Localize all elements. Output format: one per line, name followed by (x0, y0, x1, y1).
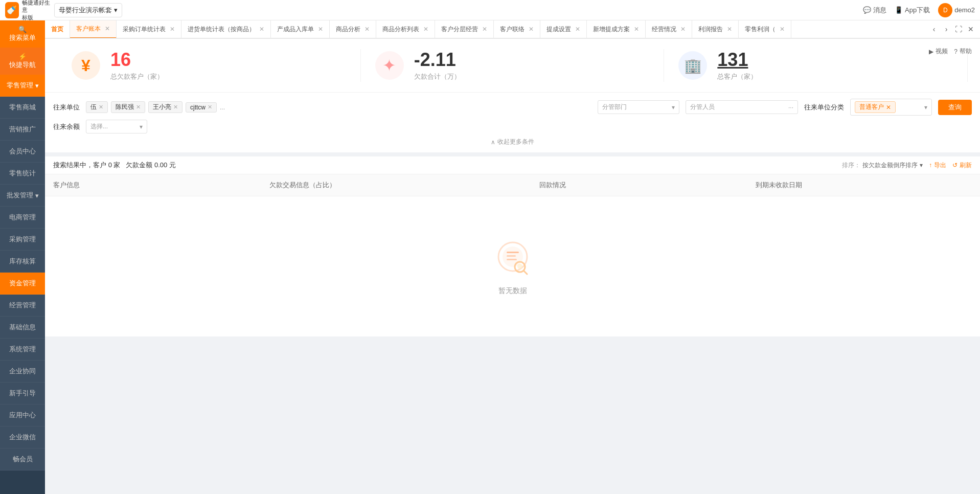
export-button[interactable]: ↑ 导出 (929, 161, 946, 170)
stat-text-1: 16 总欠款客户（家） (110, 50, 164, 81)
sidebar-item-wholesale[interactable]: 批发管理 ▾ (0, 185, 45, 207)
tab-profit-report[interactable]: 利润报告 ✕ (692, 20, 739, 38)
remove-tag-cjttcw[interactable]: ✕ (208, 104, 212, 110)
sidebar-item-finance[interactable]: 资金管理 (0, 273, 45, 295)
sidebar-item-wechat[interactable]: 企业微信 (0, 426, 45, 448)
tab-maximize[interactable]: ⛶ (953, 24, 964, 34)
sidebar-item-app-center[interactable]: 应用中心 (0, 405, 45, 426)
tab-close-icon[interactable]: ✕ (727, 26, 732, 33)
sidebar-item-operation[interactable]: 经营管理 (0, 295, 45, 317)
chevron-down-icon: ▾ (672, 104, 675, 111)
avatar: D (938, 3, 952, 17)
remove-category[interactable]: ✕ (886, 104, 891, 111)
refresh-button[interactable]: ↺ 刷新 (952, 161, 972, 170)
sidebar-item-member[interactable]: 会员中心 (0, 141, 45, 163)
filter-tag-wu[interactable]: 伍 ✕ (86, 101, 108, 113)
tab-inbound-stats[interactable]: 进货单统计表（按商品） ✕ (181, 20, 271, 38)
refresh-icon: ↺ (952, 162, 958, 169)
results-bar: 搜索结果中，客户 0 家 欠款金额 0.00 元 排序： 按欠款金额倒序排序 ▾ (45, 156, 980, 174)
sidebar-item-ecommerce[interactable]: 电商管理 (0, 207, 45, 229)
tab-close-icon[interactable]: ✕ (780, 26, 785, 33)
chevron-icon: ▾ (35, 82, 39, 89)
tab-home[interactable]: 首页 (45, 20, 70, 38)
tab-production-inbound[interactable]: 产成品入库单 ✕ (271, 20, 330, 38)
tab-customer-contact[interactable]: 客户联络 ✕ (494, 20, 540, 38)
tab-close-all[interactable]: ✕ (966, 24, 976, 34)
tab-close-icon[interactable]: ✕ (423, 26, 428, 33)
sidebar-item-retail-stats[interactable]: 零售统计 (0, 163, 45, 185)
balance-filter-select[interactable]: 选择... ▾ (86, 120, 147, 133)
tab-product-analysis-list[interactable]: 商品分析列表 ✕ (376, 20, 435, 38)
sidebar-item-quick-nav[interactable]: ⚡ 快捷导航 (0, 48, 45, 75)
building-icon: 🏢 (678, 51, 707, 80)
tab-close-icon[interactable]: ✕ (318, 26, 323, 33)
tab-close-icon[interactable]: ✕ (364, 26, 370, 33)
sidebar-item-search[interactable]: 🔍 搜索菜单 (0, 20, 45, 48)
dept-filter-select[interactable]: 分管部门 ▾ (598, 100, 679, 114)
tab-close-icon[interactable]: ✕ (170, 26, 175, 33)
svg-rect-2 (507, 252, 519, 253)
sidebar-item-retail[interactable]: 零售管理 ▾ (0, 75, 45, 97)
sidebar-item-system[interactable]: 系统管理 (0, 339, 45, 361)
category-filter-select[interactable]: 普通客户 ✕ ▾ (850, 99, 932, 116)
sidebar-item-inventory[interactable]: 库存核算 (0, 251, 45, 273)
tab-close-icon[interactable]: ✕ (482, 26, 487, 33)
tab-close-icon[interactable]: ✕ (575, 26, 580, 33)
query-button[interactable]: 查询 (938, 100, 972, 115)
tab-new-commission[interactable]: 新增提成方案 ✕ (587, 20, 646, 38)
question-icon: ? (954, 48, 958, 55)
sidebar-item-guide[interactable]: 新手引导 (0, 383, 45, 405)
category-filter-label: 往来单位分类 (804, 103, 844, 112)
tab-customer-ledger[interactable]: 客户账本 ✕ (70, 20, 117, 38)
collapse-button[interactable]: ∧ 收起更多条件 (53, 138, 972, 146)
sidebar-item-purchase[interactable]: 采购管理 (0, 229, 45, 251)
sort-selector[interactable]: 排序： 按欠款金额倒序排序 ▾ (842, 161, 923, 170)
tab-controls: ‹ › ⛶ ✕ (925, 24, 980, 34)
sidebar-item-retail-mall[interactable]: 零售商城 (0, 97, 45, 119)
tab-close-icon[interactable]: ✕ (634, 26, 639, 33)
sidebar-item-basic-info[interactable]: 基础信息 (0, 317, 45, 339)
person-filter-select[interactable]: 分管人员 ··· (686, 100, 798, 114)
chevron-icon: ▾ (35, 192, 39, 199)
tab-customer-segment[interactable]: 客户分层经营 ✕ (435, 20, 494, 38)
filter-tag-chen[interactable]: 陈民强 ✕ (111, 101, 145, 113)
tab-commission-settings[interactable]: 提成设置 ✕ (540, 20, 587, 38)
chevron-up-icon: ∧ (491, 139, 495, 146)
tab-left-arrow[interactable]: ‹ (929, 24, 939, 34)
filter-tag-wang[interactable]: 王小亮 ✕ (148, 101, 183, 113)
sidebar-item-chang-member[interactable]: 畅会员 (0, 448, 45, 470)
search-icon: 🔍 (2, 26, 43, 33)
tab-close-icon[interactable]: ✕ (529, 26, 534, 33)
remove-tag-chen[interactable]: ✕ (136, 104, 141, 110)
filter-more-tags[interactable]: ... (220, 104, 225, 111)
message-button[interactable]: 💬 消息 (863, 6, 886, 15)
selected-category-tag[interactable]: 普通客户 ✕ (855, 101, 896, 113)
stat-value-customers: 16 (110, 50, 164, 70)
tab-close-icon[interactable]: ✕ (680, 26, 686, 33)
remove-tag-wang[interactable]: ✕ (173, 104, 178, 110)
chevron-down-icon: ▾ (140, 123, 143, 130)
tab-operations[interactable]: 经营情况 ✕ (646, 20, 692, 38)
enterprise-selector[interactable]: 母婴行业演示帐套 ▾ (54, 3, 122, 17)
app-download-button[interactable]: 📱 App下载 (895, 6, 930, 15)
tab-close-icon[interactable]: ✕ (259, 26, 264, 33)
unit-filter-tags: 伍 ✕ 陈民强 ✕ 王小亮 ✕ cjttcw ✕ (86, 101, 591, 113)
tab-product-analysis[interactable]: 商品分析 ✕ (330, 20, 376, 38)
tab-purchase-order-stats[interactable]: 采购订单统计表 ✕ (117, 20, 181, 38)
sidebar-item-enterprise-collab[interactable]: 企业协同 (0, 361, 45, 383)
empty-state: 暂无数据 (45, 196, 980, 336)
help-link[interactable]: ? 帮助 (954, 47, 972, 56)
tab-right-arrow[interactable]: › (941, 24, 951, 34)
stat-text-3: 131 总客户（家） (717, 50, 757, 81)
stat-total-debtor-customers: ¥ 16 总欠款客户（家） (57, 49, 361, 82)
download-icon: 📱 (895, 6, 903, 14)
tab-close-icon[interactable]: ✕ (105, 25, 110, 32)
video-link[interactable]: ▶ 视频 (929, 47, 948, 56)
stat-total-customers: 🏢 131 总客户（家） (664, 49, 968, 82)
sidebar-item-marketing[interactable]: 营销推广 (0, 119, 45, 141)
tab-retail-profit[interactable]: 零售利润（ ✕ (739, 20, 791, 38)
balance-filter-label: 往来余额 (53, 122, 80, 131)
user-menu[interactable]: D demo2 (938, 3, 975, 17)
filter-tag-cjttcw[interactable]: cjttcw ✕ (186, 102, 217, 113)
remove-tag-wu[interactable]: ✕ (99, 104, 103, 110)
